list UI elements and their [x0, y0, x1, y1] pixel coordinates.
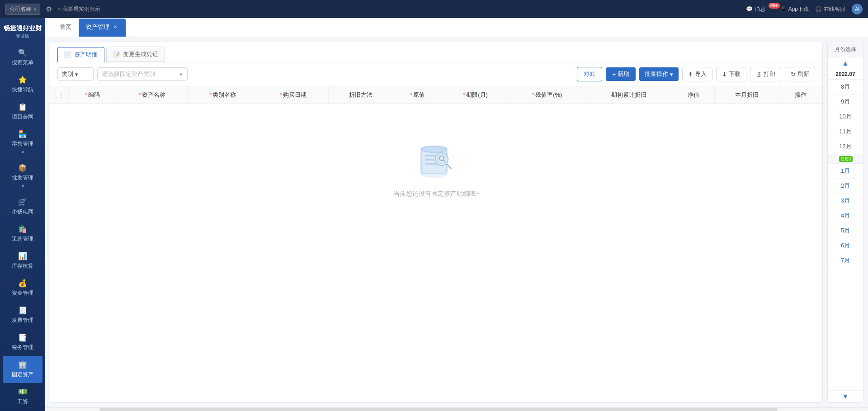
sidebar: 畅捷通好业财 专业版 🔍 搜索菜单 ⭐ 快捷导航 📋 项目合同 🏪 零售管理 ▾… [0, 18, 45, 411]
top-bar-left: 公司名称 ▾ ⚙ ○ 我要看实例演示 [5, 3, 741, 15]
settings-button[interactable]: ⚙ [44, 3, 54, 15]
app-download-text: App下载 [788, 5, 809, 13]
sidebar-finance-label: 资金管理 [12, 289, 33, 297]
message-button[interactable]: 💬 消息 99+ [746, 5, 774, 13]
month-item-2023-7[interactable]: 7月 [828, 253, 863, 268]
toolbar: 类别 ▾ 请选择固定资产类别 ▾ 对账 + 新增 [50, 62, 822, 86]
demo-text: 我要看实例演示 [62, 5, 100, 13]
company-selector[interactable]: 公司名称 ▾ [5, 4, 40, 15]
logo-text: 畅捷通好业财 [4, 24, 42, 32]
refresh-label: 刷新 [797, 70, 809, 78]
sidebar-project-label: 项目合同 [12, 113, 33, 121]
content-area: 首页 资产管理 ✕ 📄 资产明细 📝 变更生成凭证 [45, 18, 868, 411]
month-item-10[interactable]: 10月 [828, 109, 863, 124]
message-badge: 99+ [769, 3, 780, 9]
bottom-scrollbar[interactable] [45, 407, 868, 411]
month-year-2023: 2023 [828, 154, 863, 164]
month-item-2023-5[interactable]: 5月 [828, 223, 863, 238]
sidebar-item-ecommerce[interactable]: 🛒 小畅电商 [0, 193, 45, 220]
empty-state: 当前您还没有固定资产明细哦~ [56, 109, 817, 225]
batch-label: 批量操作 [645, 70, 668, 78]
sub-tab-change-voucher-label: 变更生成凭证 [123, 50, 158, 58]
app-download-button[interactable]: 📱 App下载 [780, 5, 809, 13]
month-item-2023-6[interactable]: 6月 [828, 238, 863, 253]
th-monthly-depreciation: 本月折旧 [715, 86, 779, 104]
month-item-2023-4[interactable]: 4月 [828, 208, 863, 223]
tab-home[interactable]: 首页 [52, 19, 79, 37]
sidebar-item-invoice[interactable]: 🧾 发票管理 [0, 302, 45, 329]
add-button-label: 新增 [618, 70, 629, 78]
sidebar-item-inventory[interactable]: 📊 库存核算 [0, 247, 45, 274]
asset-table: *编码 *资产名称 *类别名称 *购买日期 折旧方法 *原值 *期限(月) *残… [50, 86, 822, 230]
month-item-2023-3[interactable]: 3月 [828, 194, 863, 208]
online-service-button[interactable]: 🎧 在线客服 [815, 5, 845, 13]
phone-icon: 📱 [780, 6, 787, 12]
sidebar-item-quick-nav[interactable]: ⭐ 快捷导航 [0, 71, 45, 98]
th-original-value: *原值 [393, 86, 442, 104]
th-code: *编码 [68, 86, 117, 104]
print-label: 打印 [764, 70, 775, 78]
quick-nav-icon: ⭐ [18, 76, 27, 84]
category-select[interactable]: 类别 ▾ [57, 67, 94, 81]
add-button[interactable]: + 新增 [606, 67, 636, 81]
sidebar-salary-label: 工资 [17, 398, 28, 406]
purchase-icon: 🛍️ [18, 225, 27, 233]
download-button[interactable]: ⬇ 下载 [716, 67, 746, 81]
avatar-initials: Ai [855, 6, 859, 12]
sub-tabs: 📄 资产明细 📝 变更生成凭证 [50, 42, 822, 62]
chevron-down-icon: ▾ [34, 7, 36, 12]
user-avatar[interactable]: Ai [852, 4, 863, 14]
scrollbar-thumb[interactable] [99, 408, 778, 411]
sidebar-item-fixed-assets[interactable]: 🏢 固定资产 [3, 356, 42, 383]
month-item-9[interactable]: 9月 [828, 94, 863, 109]
month-nav-down-button[interactable]: ▼ [838, 392, 853, 401]
th-period: *期限(月) [442, 86, 509, 104]
th-residual-rate: *残值率(%) [509, 86, 585, 104]
refresh-icon: ↻ [791, 71, 796, 78]
sidebar-fixed-assets-label: 固定资产 [12, 371, 33, 378]
tab-asset-management-label: 资产管理 [86, 23, 109, 31]
reconcile-button[interactable]: 对账 [577, 67, 602, 81]
sidebar-item-wholesale[interactable]: 📦 批发管理 ▾ [0, 159, 45, 193]
sidebar-item-purchase[interactable]: 🛍️ 采购管理 [0, 220, 45, 247]
sidebar-item-project[interactable]: 📋 项目合同 [0, 98, 45, 125]
sidebar-item-salary[interactable]: 💵 工资 [0, 383, 45, 410]
tab-asset-management[interactable]: 资产管理 ✕ [79, 19, 126, 37]
batch-button[interactable]: 批量操作 ▾ [639, 67, 679, 81]
main-layout: 畅捷通好业财 专业版 🔍 搜索菜单 ⭐ 快捷导航 📋 项目合同 🏪 零售管理 ▾… [0, 18, 868, 411]
sub-tab-change-voucher[interactable]: 📝 变更生成凭证 [106, 47, 165, 62]
import-button[interactable]: ⬆ 导入 [682, 67, 712, 81]
table-area[interactable]: *编码 *资产名称 *类别名称 *购买日期 折旧方法 *原值 *期限(月) *残… [50, 86, 822, 402]
month-item-8[interactable]: 8月 [828, 80, 863, 94]
invoice-icon: 🧾 [18, 306, 27, 315]
sub-tab-asset-detail[interactable]: 📄 资产明细 [57, 47, 104, 62]
month-item-12[interactable]: 12月 [828, 139, 863, 154]
print-icon: 🖨 [756, 71, 762, 78]
sidebar-item-search[interactable]: 🔍 搜索菜单 [0, 44, 45, 71]
import-label: 导入 [695, 70, 707, 78]
category-input[interactable]: 请选择固定资产类别 ▾ [97, 67, 188, 81]
month-nav-up-button[interactable]: ▲ [838, 59, 853, 67]
th-operation: 操作 [779, 86, 822, 104]
sub-tab-asset-detail-label: 资产明细 [74, 51, 98, 59]
tab-close-button[interactable]: ✕ [112, 24, 118, 30]
th-asset-name: *资产名称 [117, 86, 188, 104]
select-all-checkbox[interactable] [56, 92, 62, 98]
print-button[interactable]: 🖨 打印 [750, 67, 781, 81]
plus-icon: + [612, 71, 616, 78]
month-item-2023-1[interactable]: 1月 [828, 164, 863, 179]
demo-link[interactable]: ○ 我要看实例演示 [57, 5, 100, 13]
th-net-value: 净值 [672, 86, 715, 104]
th-category: *类别名称 [188, 86, 258, 104]
month-item-11[interactable]: 11月 [828, 124, 863, 139]
batch-arrow-icon: ▾ [670, 71, 673, 78]
main-panel: 📄 资产明细 📝 变更生成凭证 类别 ▾ [50, 42, 823, 403]
month-nav-up[interactable]: ▲ [828, 57, 863, 69]
refresh-button[interactable]: ↻ 刷新 [785, 67, 815, 81]
month-item-2023-2[interactable]: 2月 [828, 179, 863, 194]
sidebar-item-retail[interactable]: 🏪 零售管理 ▾ [0, 125, 45, 159]
month-nav-down[interactable]: ▼ [828, 390, 863, 402]
sidebar-item-tax[interactable]: 📑 税务管理 [0, 329, 45, 356]
th-checkbox [50, 86, 68, 104]
sidebar-item-finance[interactable]: 💰 资金管理 [0, 274, 45, 302]
